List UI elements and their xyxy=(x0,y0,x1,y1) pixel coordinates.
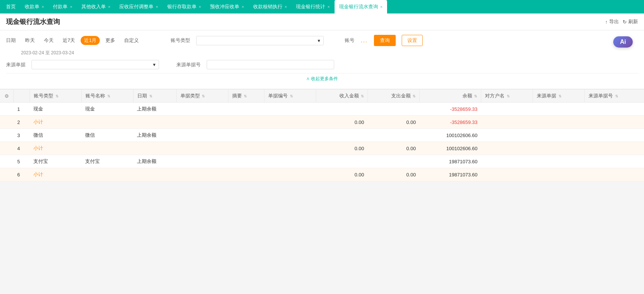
row-gear-5 xyxy=(0,168,14,181)
row-account-name-3 xyxy=(81,142,133,155)
row-gear-0 xyxy=(0,103,14,116)
refresh-button[interactable]: ↻ 刷新 xyxy=(623,18,638,25)
row-balance-4: 19871073.60 xyxy=(420,155,481,168)
query-button[interactable]: 查询 xyxy=(374,35,396,46)
date-range-text: 2023-02-24 至 2023-03-24 xyxy=(21,50,74,55)
source-doc-select[interactable]: ▾ xyxy=(32,60,159,69)
row-source-doc-0 xyxy=(533,103,585,116)
row-account-type-3: 小计 xyxy=(30,142,81,155)
settings-button[interactable]: 设置 xyxy=(402,35,423,46)
row-summary-0 xyxy=(228,103,264,116)
nav-home[interactable]: 首页 xyxy=(2,0,20,13)
close-icon-3[interactable]: × xyxy=(156,4,158,9)
nav-tab-3[interactable]: 应收应付调整单 × xyxy=(115,0,162,13)
sort-icon-source-doc[interactable]: ⇅ xyxy=(558,94,561,98)
row-income-0 xyxy=(316,103,368,116)
row-account-name-2: 微信 xyxy=(81,129,133,142)
row-summary-5 xyxy=(228,168,264,181)
row-source-doc-no-4 xyxy=(585,155,644,168)
chevron-down-icon-2: ▾ xyxy=(153,62,156,67)
refresh-icon: ↻ xyxy=(623,19,627,25)
nav-tab-0[interactable]: 收款单 × xyxy=(20,0,48,13)
source-doc-no-input[interactable] xyxy=(207,60,334,69)
close-icon-7[interactable]: × xyxy=(327,4,330,9)
col-doc-type: 单据类型 ⇅ xyxy=(176,90,228,103)
shortcut-today[interactable]: 今天 xyxy=(41,36,57,45)
sort-icon-source-doc-no[interactable]: ⇅ xyxy=(615,94,618,98)
close-icon-2[interactable]: × xyxy=(108,4,110,9)
sort-icon-counterpart[interactable]: ⇅ xyxy=(507,94,510,98)
collapse-bar[interactable]: ∧ 收起更多条件 xyxy=(6,73,638,84)
row-account-name-4: 支付宝 xyxy=(81,155,133,168)
sort-icon-account-type[interactable]: ⇅ xyxy=(56,94,59,98)
nav-tab-1[interactable]: 付款单 × xyxy=(48,0,77,13)
shortcut-yesterday[interactable]: 昨天 xyxy=(22,36,38,45)
gear-icon[interactable]: ⚙ xyxy=(5,93,9,99)
account-type-select[interactable]: ▾ xyxy=(196,36,324,45)
col-gear: ⚙ xyxy=(0,90,14,103)
header-actions: ↑ 导出 ↻ 刷新 xyxy=(605,18,638,25)
row-date-4: 上期余额 xyxy=(133,155,176,168)
nav-tab-label-2: 其他收入单 xyxy=(81,3,106,10)
col-expense: 支出金额 ⇅ xyxy=(368,90,420,103)
row-doc-type-1 xyxy=(176,116,228,129)
row-gear-3 xyxy=(0,142,14,155)
close-icon-1[interactable]: × xyxy=(70,4,72,9)
nav-tab-7[interactable]: 现金银行统计 × xyxy=(291,0,334,13)
source-doc-no-label: 来源单据号 xyxy=(176,61,201,68)
row-account-type-2: 微信 xyxy=(30,129,81,142)
close-icon-4[interactable]: × xyxy=(199,4,201,9)
row-date-0: 上期余额 xyxy=(133,103,176,116)
row-income-2 xyxy=(316,129,368,142)
account-type-label: 账号类型 xyxy=(171,37,190,44)
row-doc-type-0 xyxy=(176,103,228,116)
export-button[interactable]: ↑ 导出 xyxy=(605,18,619,25)
sort-icon-summary[interactable]: ⇅ xyxy=(244,94,247,98)
nav-tab-label-6: 收款核销执行 xyxy=(253,3,282,10)
close-icon-0[interactable]: × xyxy=(42,4,44,9)
table-row: 6小计0.000.0019871073.60 xyxy=(0,168,644,181)
sort-icon-expense[interactable]: ⇅ xyxy=(413,94,416,98)
page-title: 现金银行流水查询 xyxy=(6,17,60,26)
sort-icon-income[interactable]: ⇅ xyxy=(361,94,364,98)
sort-icon-doc-type[interactable]: ⇅ xyxy=(202,94,205,98)
shortcut-more[interactable]: 更多 xyxy=(102,36,119,45)
sort-icon-account-name[interactable]: ⇅ xyxy=(107,94,110,98)
ai-label: Ai xyxy=(620,39,626,45)
nav-tab-8[interactable]: 现金银行流水查询 × xyxy=(335,0,387,13)
sort-icon-doc-no[interactable]: ⇅ xyxy=(290,94,293,98)
close-icon-6[interactable]: × xyxy=(285,4,287,9)
col-date: 日期 ⇅ xyxy=(133,90,176,103)
row-summary-2 xyxy=(228,129,264,142)
close-icon-8[interactable]: × xyxy=(380,4,383,9)
sort-icon-date[interactable]: ⇅ xyxy=(149,94,152,98)
account-ellipsis[interactable]: ... xyxy=(360,37,368,44)
row-account-name-0: 现金 xyxy=(81,103,133,116)
row-balance-1: -3528659.33 xyxy=(420,116,481,129)
shortcut-7days[interactable]: 近7天 xyxy=(59,36,78,45)
filter-row-1: 日期 昨天 今天 近7天 近1月 更多 自定义 账号类型 ▾ 账号 ... 查询… xyxy=(6,35,638,46)
nav-tab-6[interactable]: 收款核销执行 × xyxy=(249,0,291,13)
row-expense-3: 0.00 xyxy=(368,142,420,155)
nav-tab-5[interactable]: 预收冲应收单 × xyxy=(206,0,248,13)
shortcut-custom[interactable]: 自定义 xyxy=(121,36,142,45)
row-doc-no-5 xyxy=(264,168,316,181)
row-doc-type-3 xyxy=(176,142,228,155)
row-balance-0: -3528659.33 xyxy=(420,103,481,116)
data-table: ⚙ 账号类型 ⇅ 账号名称 ⇅ 日期 ⇅ 单据类型 ⇅ xyxy=(0,89,644,181)
row-doc-no-4 xyxy=(264,155,316,168)
nav-tab-4[interactable]: 银行存取款单 × xyxy=(163,0,206,13)
close-icon-5[interactable]: × xyxy=(242,4,244,9)
shortcut-1month[interactable]: 近1月 xyxy=(81,36,100,45)
nav-tab-label-8: 现金银行流水查询 xyxy=(339,3,378,10)
row-counterpart-4 xyxy=(481,155,533,168)
col-account-name: 账号名称 ⇅ xyxy=(81,90,133,103)
row-expense-0 xyxy=(368,103,420,116)
ai-badge[interactable]: Ai xyxy=(613,36,633,48)
sort-icon-balance[interactable]: ⇅ xyxy=(474,94,477,98)
row-source-doc-no-3 xyxy=(585,142,644,155)
nav-tab-2[interactable]: 其他收入单 × xyxy=(77,0,115,13)
table-row: 1现金现金上期余额-3528659.33 xyxy=(0,103,644,116)
row-date-3 xyxy=(133,142,176,155)
row-income-1: 0.00 xyxy=(316,116,368,129)
